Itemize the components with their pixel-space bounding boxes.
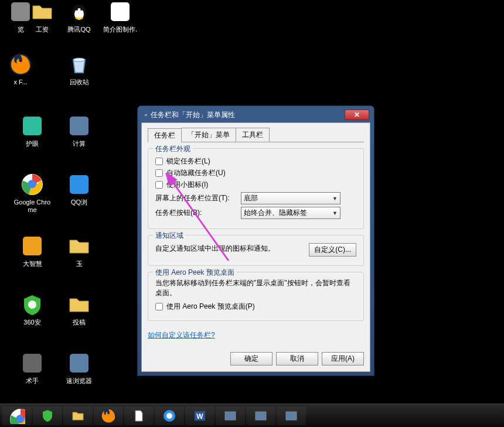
folder-icon <box>30 0 54 23</box>
desktop-icon[interactable]: x F... <box>0 53 41 86</box>
autohide-label: 自动隐藏任务栏(U) <box>166 168 226 178</box>
chrome-icon <box>9 408 25 424</box>
desktop-icon[interactable]: 速浏览器 <box>59 351 100 385</box>
svg-rect-27 <box>286 412 297 420</box>
desktop-icon-label: 护眼 <box>12 140 53 148</box>
desktop-icon-label: 投稿 <box>59 319 100 326</box>
window1-icon <box>222 408 239 424</box>
dialog-title: ▫ 任务栏和「开始」菜单属性 <box>145 110 235 120</box>
desktop-icon[interactable]: 大智慧 <box>12 234 53 268</box>
desktop-icon-label: 回收站 <box>59 78 100 86</box>
desktop-icon[interactable]: 计算 <box>59 114 100 148</box>
shield-icon <box>39 408 56 424</box>
taskbar-item-word[interactable]: W <box>185 406 214 425</box>
desktop-icon-label: x F... <box>0 78 41 86</box>
lock-taskbar-checkbox[interactable] <box>155 158 163 165</box>
svg-rect-16 <box>70 354 88 373</box>
cancel-button[interactable]: 取消 <box>276 352 318 365</box>
tab-toolbars[interactable]: 工具栏 <box>236 128 270 142</box>
taskbar-item-window3[interactable] <box>277 406 306 425</box>
notify-desc: 自定义通知区域中出现的图标和通知。 <box>155 244 275 254</box>
desktop-icon[interactable]: 护眼 <box>12 114 53 148</box>
smallicons-checkbox[interactable] <box>155 181 163 189</box>
word-icon: W <box>192 408 208 424</box>
tab-taskbar[interactable]: 任务栏 <box>148 128 182 142</box>
taskbar-item-window2[interactable] <box>246 406 275 425</box>
window-icon: ▫ <box>145 111 147 119</box>
buttons-label: 任务栏按钮(B): <box>155 208 237 218</box>
chevron-down-icon: ▼ <box>332 196 338 201</box>
appearance-group: 任务栏外观 锁定任务栏(L) 自动隐藏任务栏(U) 使用小图标(I) 屏幕上的任… <box>148 148 364 229</box>
svg-point-4 <box>80 8 83 11</box>
firefox-icon <box>100 408 117 424</box>
svg-text:W: W <box>196 412 203 421</box>
desktop-icon[interactable]: 工资 <box>22 0 63 33</box>
taskbar-item-qqbrowser[interactable] <box>155 406 184 425</box>
desktop-icon-label: 腾讯QQ <box>59 26 100 33</box>
desktop-icon[interactable]: 回收站 <box>59 53 100 86</box>
desktop-icon-label: 玉 <box>59 260 100 268</box>
desktop-icon-label: QQ浏 <box>59 199 100 206</box>
pc-icon <box>67 114 91 138</box>
taskbar-item-chrome[interactable] <box>2 406 32 425</box>
aero-title: 使用 Aero Peek 预览桌面 <box>153 268 237 278</box>
position-label: 屏幕上的任务栏位置(T): <box>155 193 237 203</box>
close-button[interactable]: ✕ <box>345 110 369 120</box>
buttons-value: 始终合并、隐藏标签 <box>244 208 307 218</box>
desktop-icon[interactable]: 玉 <box>59 234 100 268</box>
desktop-icon-label: 术手 <box>12 377 53 385</box>
taskbar-item-shield[interactable] <box>33 406 62 425</box>
desktop-icon-label: 速浏览器 <box>59 377 100 385</box>
svg-rect-8 <box>23 117 42 135</box>
svg-rect-5 <box>111 2 130 21</box>
dzh-icon <box>21 234 44 258</box>
customize-button[interactable]: 自定义(C)... <box>309 243 356 257</box>
taskbar-item-explorer[interactable] <box>63 406 93 425</box>
svg-point-3 <box>76 8 78 11</box>
desktop-icon-label: 大智慧 <box>12 260 53 268</box>
svg-point-7 <box>73 58 85 62</box>
svg-point-22 <box>166 413 172 419</box>
desktop-icon[interactable]: QQ浏 <box>59 173 100 206</box>
buttons-dropdown[interactable]: 始终合并、隐藏标签 ▼ <box>241 207 340 219</box>
svg-rect-25 <box>225 412 236 420</box>
lock-taskbar-label: 锁定任务栏(L) <box>166 156 210 166</box>
help-link[interactable]: 如何自定义该任务栏? <box>148 330 215 340</box>
qqbrowser-icon <box>161 408 178 424</box>
ok-button[interactable]: 确定 <box>230 352 273 365</box>
desktop-icon[interactable]: 投稿 <box>59 293 100 326</box>
svg-rect-13 <box>23 237 42 255</box>
taskbar: W <box>0 404 504 427</box>
tab-startmenu[interactable]: 「开始」菜单 <box>181 128 236 142</box>
taskbar-properties-dialog: ▫ 任务栏和「开始」菜单属性 ✕ 任务栏 「开始」菜单 工具栏 任务栏外观 锁定… <box>137 105 374 376</box>
taskbar-item-firefox[interactable] <box>94 406 123 425</box>
chevron-down-icon: ▼ <box>332 210 338 216</box>
desktop-icon-label: 计算 <box>59 140 100 148</box>
firefox-icon <box>9 53 32 76</box>
tabs: 任务栏 「开始」菜单 工具栏 <box>148 128 364 142</box>
desktop-icon[interactable]: 360安 <box>12 293 53 326</box>
desktop-icon-label: 简介图制作. <box>100 26 141 33</box>
desktop-icon[interactable]: 腾讯QQ <box>59 0 100 33</box>
apply-button[interactable]: 应用(A) <box>322 352 364 365</box>
aero-group: 使用 Aero Peek 预览桌面 当您将鼠标移动到任务栏末端的"显示桌面"按钮… <box>148 272 364 321</box>
desktop-icon-label: 工资 <box>22 26 63 33</box>
autohide-checkbox[interactable] <box>155 169 163 177</box>
svg-point-14 <box>28 300 36 309</box>
taskbar-item-document[interactable] <box>124 406 154 425</box>
dialog-body: 任务栏 「开始」菜单 工具栏 任务栏外观 锁定任务栏(L) 自动隐藏任务栏(U)… <box>141 122 370 372</box>
desktop-icon[interactable]: Google Chrome <box>12 173 53 214</box>
360-icon <box>21 293 44 316</box>
bin-icon <box>67 53 91 76</box>
dialog-titlebar: ▫ 任务栏和「开始」菜单属性 ✕ <box>141 110 370 122</box>
dialog-title-text: 任务栏和「开始」菜单属性 <box>151 110 235 120</box>
notify-title: 通知区域 <box>153 231 186 241</box>
position-dropdown[interactable]: 底部 ▼ <box>241 192 340 204</box>
app-icon <box>108 0 132 23</box>
desktop-icon[interactable]: 术手 <box>12 351 53 385</box>
browser-icon <box>67 351 91 375</box>
taskbar-item-window1[interactable] <box>216 406 245 425</box>
aero-peek-checkbox[interactable] <box>155 303 163 310</box>
folder-icon <box>67 234 91 258</box>
desktop-icon[interactable]: 简介图制作. <box>100 0 141 33</box>
